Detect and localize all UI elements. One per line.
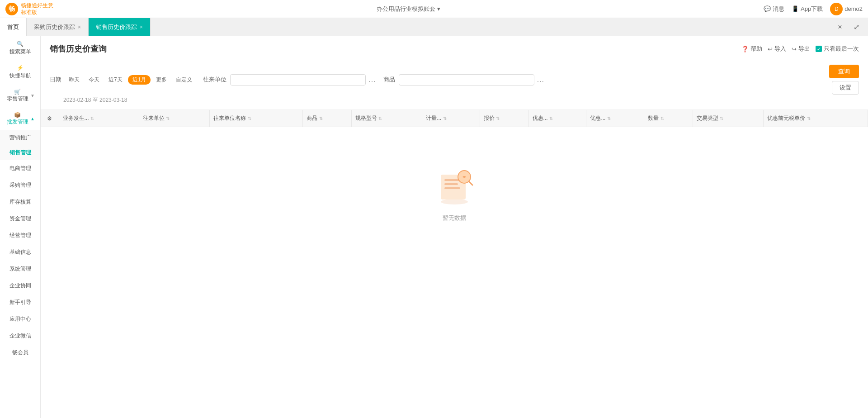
import-button[interactable]: ↩ 导入 [768,45,786,53]
table-container: ⚙ 业务发生... ⇅ 往来单位 ⇅ 往来单位名称 ⇅ [41,110,868,418]
table-header-row: ⚙ 业务发生... ⇅ 往来单位 ⇅ 往来单位名称 ⇅ [41,110,868,127]
chevron-down-icon: ▾ [437,5,440,12]
th-business-date[interactable]: 业务发生... ⇅ [59,110,139,127]
main-layout: 🔍 搜索菜单 ⚡ 快捷导航 🛒 零售管理 ▼ 📦 批发管理 ▲ 营销推广 销售管… [0,36,868,418]
th-spec[interactable]: 规格型号 ⇅ [351,110,422,127]
content-area: 销售历史价查询 ❓ 帮助 ↩ 导入 ↪ 导出 ✓ 只看最后一次 [41,36,868,418]
partner-filter: 往来单位 ... [203,74,376,86]
partner-label: 往来单位 [203,76,226,84]
th-quote[interactable]: 报价 ⇅ [480,110,528,127]
logo-icon: 畅 [5,3,18,15]
help-button[interactable]: ❓ 帮助 [741,45,762,53]
date-7days[interactable]: 近7天 [105,75,126,85]
message-icon: 💬 [764,5,771,12]
sidebar-item-basic-info[interactable]: 基础信息 [0,244,40,261]
th-discount1[interactable]: 优惠... ⇅ [528,110,586,127]
date-range-display: 2023-02-18 至 2023-03-18 [63,97,127,103]
lightning-icon: ⚡ [17,65,24,71]
export-icon: ↪ [792,46,797,52]
sidebar-item-newbie-guide[interactable]: 新手引导 [0,294,40,311]
sidebar-item-member[interactable]: 畅会员 [0,344,40,361]
top-bar-left: 畅 畅捷通好生意 标准版 [5,2,53,15]
th-trade-type[interactable]: 交易类型 ⇅ [693,110,764,127]
sidebar-item-retail[interactable]: 🛒 零售管理 ▼ [0,84,40,107]
date-more[interactable]: 更多 [152,75,170,85]
logo-text: 畅捷通好生意 标准版 [21,2,53,15]
message-button[interactable]: 💬 消息 [764,5,784,13]
page-title: 销售历史价查询 [50,43,107,54]
sidebar-item-operations[interactable]: 经营管理 [0,227,40,244]
export-button[interactable]: ↪ 导出 [792,45,810,53]
sort-icon: ⇅ [248,116,251,121]
company-selector[interactable]: 办公用品行业模拟账套 ▾ [377,5,440,13]
sidebar-item-enterprise-wechat[interactable]: 企业微信 [0,328,40,344]
th-settings[interactable]: ⚙ [41,110,59,127]
svg-rect-3 [444,183,458,185]
sort-icon: ⇅ [90,116,94,121]
close-tab-purchase[interactable]: × [78,24,81,30]
product-input[interactable] [399,74,534,86]
sidebar-item-inventory[interactable]: 库存核算 [0,194,40,210]
tab-purchase-history[interactable]: 采购历史价跟踪 × [27,18,89,36]
date-today[interactable]: 今天 [85,75,103,85]
data-table: ⚙ 业务发生... ⇅ 往来单位 ⇅ 往来单位名称 ⇅ [41,110,868,127]
date-options: 昨天 今天 近7天 近1月 更多 自定义 [65,75,196,85]
th-quantity[interactable]: 数量 ⇅ [644,110,693,127]
date-1month[interactable]: 近1月 [128,75,151,85]
sort-icon: ⇅ [807,116,811,121]
th-product[interactable]: 商品 ⇅ [303,110,351,127]
th-discount2[interactable]: 优惠... ⇅ [586,110,644,127]
date-yesterday[interactable]: 昨天 [65,75,83,85]
date-filter: 日期 昨天 今天 近7天 近1月 更多 自定义 [50,75,196,85]
top-bar: 畅 畅捷通好生意 标准版 办公用品行业模拟账套 ▾ 💬 消息 📱 App下载 D… [0,0,868,18]
close-tab-sales[interactable]: × [140,24,143,30]
user-menu[interactable]: D demo2 [830,3,863,15]
tab-home[interactable]: 首页 [0,18,27,36]
only-last-checkbox-label[interactable]: ✓ 只看最后一次 [816,45,859,53]
sidebar-item-system[interactable]: 系统管理 [0,261,40,277]
partner-input[interactable] [230,74,366,86]
checkbox-checked-icon: ✓ [816,46,822,52]
sort-icon: ⇅ [549,116,553,121]
sidebar-item-wholesale[interactable]: 📦 批发管理 ▲ [0,107,40,130]
sidebar-item-finance[interactable]: 资金管理 [0,210,40,227]
sidebar-item-enterprise-collab[interactable]: 企业协同 [0,277,40,294]
avatar: D [830,3,843,15]
empty-icon [432,163,477,209]
sort-icon: ⇅ [660,116,664,121]
empty-state: 暂无数据 [41,127,868,258]
th-partner-code[interactable]: 往来单位 ⇅ [139,110,210,127]
sort-icon: ⇅ [496,116,500,121]
close-all-tabs-button[interactable]: × [834,21,846,33]
sidebar-item-quick-nav[interactable]: ⚡ 快捷导航 [0,60,40,84]
sidebar-item-marketing[interactable]: 营销推广 [0,130,40,145]
th-pretax-price[interactable]: 优惠前无税单价 ⇅ [764,110,868,127]
empty-text: 暂无数据 [443,214,466,222]
chevron-down-icon: ▼ [30,93,35,98]
svg-point-0 [441,199,468,204]
page-actions: ❓ 帮助 ↩ 导入 ↪ 导出 ✓ 只看最后一次 [741,45,859,53]
th-partner-name[interactable]: 往来单位名称 ⇅ [210,110,303,127]
sidebar-item-app-center[interactable]: 应用中心 [0,311,40,328]
partner-dots[interactable]: ... [368,76,376,84]
top-bar-center: 办公用品行业模拟账套 ▾ [377,5,440,13]
settings-button[interactable]: 设置 [832,81,859,95]
help-icon: ❓ [741,46,749,52]
sidebar-submenu-wholesale: 营销推广 销售管理 [0,130,40,160]
page-header: 销售历史价查询 ❓ 帮助 ↩ 导入 ↪ 导出 ✓ 只看最后一次 [41,36,868,59]
filter-area: 日期 昨天 今天 近7天 近1月 更多 自定义 往来单位 ... [41,59,868,110]
sidebar-item-sales-mgmt[interactable]: 销售管理 [0,145,40,160]
product-dots[interactable]: ... [537,76,544,84]
expand-button[interactable]: ⤢ [850,21,863,33]
query-button[interactable]: 查询 [829,65,859,78]
th-unit[interactable]: 计量... ⇅ [422,110,480,127]
phone-icon: 📱 [792,5,799,12]
tab-sales-history[interactable]: 销售历史价跟踪 × [89,18,151,36]
app-download-button[interactable]: 📱 App下载 [792,5,823,13]
sidebar-item-purchase[interactable]: 采购管理 [0,177,40,194]
sort-icon: ⇅ [720,116,723,121]
top-bar-right: 💬 消息 📱 App下载 D demo2 [764,3,863,15]
sidebar-item-ecommerce[interactable]: 电商管理 [0,160,40,177]
sidebar-item-search[interactable]: 🔍 搜索菜单 [0,36,40,60]
date-custom[interactable]: 自定义 [172,75,196,85]
